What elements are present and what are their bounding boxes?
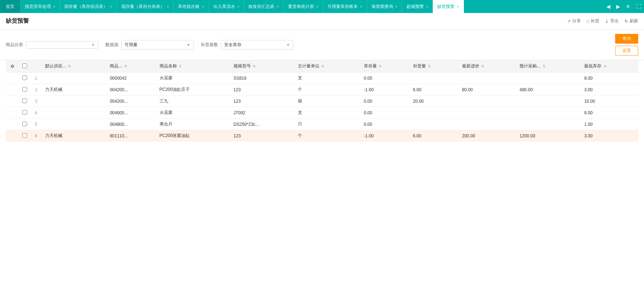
row-spec-2: 123 [230,96,294,107]
row-checkbox-5[interactable] [22,133,27,138]
th-spec[interactable]: 规格型号 ⇅ [230,60,294,72]
export-label: 导出 [610,18,619,24]
row-replenish-2: 20.00 [409,96,458,107]
row-num-2: 3 [31,96,42,107]
row-min-stock-5: 3.00 [580,130,638,142]
query-button[interactable]: 查询 [615,34,638,44]
th-checkbox[interactable] [19,60,31,72]
row-supplier-2 [42,96,106,107]
nav-tab-8[interactable]: 可用量库存账本 × [323,0,367,13]
table-row: 5 004800... 离合片 DS250*23c... 只 0.00 1.00 [6,119,638,130]
th-replenish[interactable]: 补货量 ⇅ [409,60,458,72]
th-unit[interactable]: 主计量单位 ⇅ [294,60,360,72]
nav-tab-home[interactable]: 首页 [0,0,21,13]
close-tab-10[interactable]: × [426,4,428,9]
close-tab-6[interactable]: × [277,4,279,9]
nav-prev-btn[interactable]: ◀ [604,4,613,9]
th-stock[interactable]: 库存量 ⇅ [360,60,409,72]
row-checkbox-cell-3[interactable] [19,107,31,119]
th-name[interactable]: 商品名称 ⇅ [156,60,230,72]
nav-tab-9[interactable]: 保质期查询 × [367,0,402,13]
nav-tab-5[interactable]: 出入库流水 × [209,0,244,13]
row-latest-price-4 [458,119,516,130]
nav-tab-3[interactable]: 现存量（库存分布表） × [117,0,174,13]
row-latest-price-0 [458,72,516,84]
share-action[interactable]: ↗ 分享 [567,18,581,24]
table-row: 2 力天机械 004200... PC200油缸庄子 123 个 -1.00 6… [6,84,638,96]
replenish-base-arrow-icon: ▼ [286,43,290,47]
select-all-checkbox[interactable] [22,63,27,68]
row-name-0: 火花塞 [156,72,230,84]
row-num-5: 6 [31,130,42,142]
refresh-action[interactable]: ↻ 刷新 [625,18,638,24]
row-num-0: 1 [31,72,42,84]
filter-actions: 查询 设置 [615,34,638,56]
settings-button[interactable]: 设置 [615,46,638,56]
row-checkbox-cell-2[interactable] [19,96,31,107]
row-spec-0: SS816 [230,72,294,84]
row-name-1: PC200油缸庄子 [156,84,230,96]
row-spec-4: DS250*23c... [230,119,294,130]
category-select[interactable]: ▼ [26,41,98,49]
th-estimated-purchase[interactable]: 预计采购... ⇅ [516,60,580,72]
nav-controls: ◀ ▶ ✕ ⛶ [604,4,644,9]
row-checkbox-cell-1[interactable] [19,84,31,96]
close-tab-8[interactable]: × [360,4,362,9]
nav-next-btn[interactable]: ▶ [613,4,623,9]
row-num-4: 5 [31,119,42,130]
replenish-label: 补货 [591,18,599,24]
sort-icon-min-stock: ⇅ [604,64,606,68]
share-icon: ↗ [567,19,571,24]
close-tab-9[interactable]: × [395,4,397,9]
nav-tab-6[interactable]: 收发存汇总表 × [244,0,283,13]
nav-tab-11[interactable]: 缺货预警 × [433,0,464,13]
datasource-value: 可用量 [125,42,138,48]
export-icon: ⤓ [605,19,609,24]
close-tab-1[interactable]: × [53,4,55,9]
th-code[interactable]: 商品... ⇅ [106,60,156,72]
row-checkbox-4[interactable] [22,122,27,126]
close-tab-11[interactable]: × [457,4,459,9]
close-tab-3[interactable]: × [167,4,169,9]
nav-tab-7[interactable]: 要货单统计表 × [284,0,323,13]
row-checkbox-cell-0[interactable] [19,72,31,84]
replenish-base-label: 补货基数 [201,42,218,48]
row-stock-3: 0.00 [360,107,409,119]
row-min-stock-0: 8.00 [580,72,638,84]
table-container: ⚙ 默认供应... ⇅ 商品... ⇅ 商品名称 [0,60,644,142]
datasource-select[interactable]: 可用量 ▼ [121,40,193,50]
row-checkbox-cell-5[interactable] [19,130,31,142]
replenish-base-select[interactable]: 安全库存 ▼ [221,40,293,50]
row-checkbox-cell-4[interactable] [19,119,31,130]
close-tab-4[interactable]: × [202,4,204,9]
th-min-stock[interactable]: 最低库存 ⇅ [580,60,638,72]
th-supplier[interactable]: 默认供应... ⇅ [42,60,106,72]
row-checkbox-2[interactable] [22,98,27,103]
share-label: 分享 [572,18,581,24]
row-checkbox-1[interactable] [22,87,27,92]
page-header: 缺货预警 ↗ 分享 □ 补货 ⤓ 导出 ↻ 刷新 [0,13,644,30]
row-checkbox-0[interactable] [22,75,27,80]
th-latest-price[interactable]: 最新进价 ⇅ [458,60,516,72]
replenish-action[interactable]: □ 补货 [587,18,599,24]
th-gear[interactable]: ⚙ [6,60,19,72]
row-stock-0: 0.00 [360,72,409,84]
nav-tab-1[interactable]: 拣货异常处理 × [21,0,60,13]
sort-icon-replenish: ⇅ [428,64,431,68]
sort-icon-latest-price: ⇅ [481,64,484,68]
row-estimated-purchase-3 [516,107,580,119]
nav-fullscreen-btn[interactable]: ⛶ [633,4,644,9]
row-gear-4 [6,119,19,130]
row-checkbox-3[interactable] [22,110,27,115]
nav-tab-4[interactable]: 库存批次账 × [174,0,209,13]
close-tab-2[interactable]: × [110,4,112,9]
datasource-arrow-icon: ▼ [187,43,190,47]
close-tab-5[interactable]: × [237,4,239,9]
top-nav: 首页 拣货异常处理 × 现存量（库存状况表） × 现存量（库存分布表） × 库存… [0,0,644,13]
nav-close-btn[interactable]: ✕ [623,4,633,9]
row-gear-5 [6,130,19,142]
export-action[interactable]: ⤓ 导出 [605,18,619,24]
nav-tab-2[interactable]: 现存量（库存状况表） × [60,0,117,13]
nav-tab-10[interactable]: 超储预警 × [402,0,433,13]
close-tab-7[interactable]: × [316,4,318,9]
